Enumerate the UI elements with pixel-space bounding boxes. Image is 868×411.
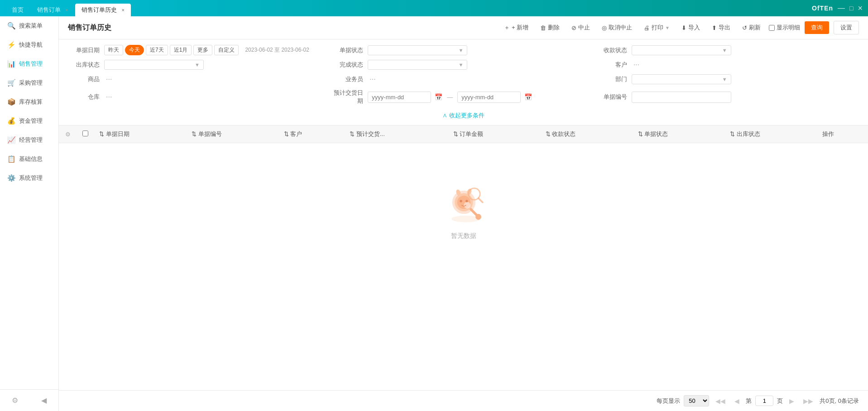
salesperson-label: 业务员 (331, 75, 368, 83)
col-settings-icon[interactable]: ⚙ (65, 131, 71, 138)
sys-mgmt-icon: ⚙️ (7, 174, 15, 182)
calendar-to-icon[interactable]: 📅 (524, 93, 532, 101)
col-outbound-status-header[interactable]: ⇅ 出库状态 (724, 126, 817, 143)
last-page-btn[interactable]: ▶▶ (801, 396, 816, 406)
customer-ellipsis[interactable]: ··· (632, 61, 641, 69)
export-button[interactable]: ⬆ 导出 (708, 22, 734, 34)
date-btn-more[interactable]: 更多 (193, 45, 212, 55)
svg-point-4 (464, 202, 470, 209)
col-customer-header[interactable]: ⇅ 客户 (278, 126, 344, 143)
sidebar-settings-btn[interactable]: ⚙ (9, 393, 21, 407)
complete-status-label: 完成状态 (331, 61, 368, 69)
cancel-stop-button[interactable]: ◎ 取消中止 (598, 22, 636, 34)
department-select[interactable]: ▼ (632, 74, 731, 84)
receipt-status-control: ▼ (632, 45, 859, 55)
expected-date-from[interactable] (368, 92, 431, 103)
sidebar-item-inventory[interactable]: 📦 库存核算 (0, 92, 58, 111)
delete-icon: 🗑 (540, 24, 546, 31)
settings-button[interactable]: 设置 (834, 21, 859, 34)
sidebar-item-quick-nav[interactable]: ⚡ 快捷导航 (0, 35, 58, 54)
sidebar-item-sales-mgmt[interactable]: 📊 销售管理 (0, 54, 58, 73)
doc-status-label: 单据状态 (331, 46, 368, 54)
date-btn-1month[interactable]: 近1月 (170, 45, 192, 55)
date-btn-yesterday[interactable]: 昨天 (104, 45, 123, 55)
tab-sales-order-history[interactable]: 销售订单历史 × (75, 4, 130, 16)
tab-home[interactable]: 首页 (5, 4, 30, 16)
sidebar-item-sys-mgmt[interactable]: ⚙️ 系统管理 (0, 169, 58, 188)
sidebar-collapse-btn[interactable]: ◀ (38, 393, 49, 407)
current-page-input[interactable] (755, 396, 773, 406)
quick-nav-icon: ⚡ (7, 41, 15, 49)
operations-icon: 📈 (7, 136, 15, 144)
col-receipt-status-header[interactable]: ⇅ 收款状态 (540, 126, 633, 143)
empty-icon (441, 179, 486, 225)
expected-date-control: 📅 — 📅 (368, 92, 595, 103)
col-expected-delivery-header[interactable]: ⇅ 预计交货... (344, 126, 447, 143)
col-doc-number-header[interactable]: ⇅ 单据编号 (186, 126, 278, 143)
department-chevron-icon: ▼ (722, 77, 727, 82)
tab-sales-order-history-close[interactable]: × (121, 7, 124, 13)
salesperson-control: ··· (368, 75, 595, 83)
sidebar: 🔍 搜索菜单 ⚡ 快捷导航 📊 销售管理 🛒 采购管理 📦 库存核算 💰 资金管… (0, 16, 59, 411)
warehouse-ellipsis[interactable]: ··· (104, 93, 114, 101)
restore-btn[interactable]: □ (849, 5, 853, 12)
expected-date-label: 预计交货日期 (331, 89, 368, 105)
sidebar-item-base-info[interactable]: 📋 基础信息 (0, 150, 58, 169)
date-label: 单据日期 (68, 46, 104, 54)
col-order-amount-header[interactable]: ⇅ 订单金额 (448, 126, 540, 143)
sidebar-item-finance[interactable]: 💰 资金管理 (0, 111, 58, 131)
top-bar: 首页 销售订单 × 销售订单历史 × OfTEn — □ × (0, 0, 868, 16)
date-separator: — (444, 94, 456, 101)
close-btn[interactable]: × (858, 4, 863, 13)
import-button[interactable]: ⬇ 导入 (678, 22, 704, 34)
col-doc-status-header[interactable]: ⇅ 单据状态 (633, 126, 725, 143)
finance-icon: 💰 (7, 117, 15, 125)
salesperson-ellipsis[interactable]: ··· (368, 75, 377, 83)
outbound-status-select[interactable]: ▼ (104, 60, 204, 70)
new-button[interactable]: ＋ + 新增 (500, 22, 532, 34)
page-size-select[interactable]: 50 10 20 100 (684, 395, 709, 406)
receipt-status-chevron-icon: ▼ (722, 48, 727, 53)
sidebar-item-operations[interactable]: 📈 经营管理 (0, 131, 58, 150)
cancel-stop-icon: ◎ (602, 24, 607, 31)
filter-row-4: 仓库 ··· 预计交货日期 📅 — 📅 单据编号 (68, 89, 859, 105)
product-ellipsis[interactable]: ··· (104, 75, 114, 83)
export-icon: ⬆ (712, 24, 717, 31)
collapse-more-btn[interactable]: ∧ 收起更多条件 (68, 110, 859, 120)
refresh-button[interactable]: ↺ 刷新 (739, 22, 764, 34)
expected-date-to[interactable] (457, 92, 521, 103)
tab-sales-order[interactable]: 销售订单 × (31, 4, 74, 16)
receipt-status-label: 收款状态 (595, 46, 632, 54)
delete-button[interactable]: 🗑 删除 (537, 22, 563, 34)
date-btn-7days[interactable]: 近7天 (146, 45, 168, 55)
display-detail-checkbox[interactable] (769, 25, 775, 31)
toolbar: ＋ + 新增 🗑 删除 ⊘ 中止 ◎ 取消中止 🖨 打印 (500, 21, 859, 34)
page-size-label: 每页显示 (657, 397, 680, 405)
calendar-from-icon[interactable]: 📅 (435, 93, 442, 101)
minimize-btn[interactable]: — (838, 4, 845, 12)
receipt-status-select[interactable]: ▼ (632, 45, 731, 55)
sidebar-bottom: ⚙ ◀ (0, 389, 58, 411)
first-page-btn[interactable]: ◀◀ (713, 396, 728, 406)
query-button[interactable]: 查询 (805, 21, 829, 34)
date-filter-control: 昨天 今天 近7天 近1月 更多 自定义 2023-06-02 至 2023-0… (104, 45, 331, 55)
complete-status-select[interactable]: ▼ (368, 60, 467, 70)
doc-number-input[interactable] (632, 92, 731, 103)
sidebar-item-search-menu[interactable]: 🔍 搜索菜单 (0, 16, 58, 35)
tab-sales-order-close[interactable]: × (65, 7, 68, 13)
next-page-btn[interactable]: ▶ (786, 396, 797, 406)
department-label: 部门 (595, 75, 632, 83)
select-all-checkbox[interactable] (82, 131, 88, 136)
date-btn-custom[interactable]: 自定义 (214, 45, 239, 55)
pagination-bar: 每页显示 50 10 20 100 ◀◀ ◀ 第 页 ▶ ▶▶ 共0页, 0条记… (59, 390, 868, 411)
stop-button[interactable]: ⊘ 中止 (568, 22, 594, 34)
sidebar-item-purchase-mgmt[interactable]: 🛒 采购管理 (0, 73, 58, 92)
table-area: ⚙ ⇅ 单据日期 ⇅ 单据编号 ⇅ 客户 (59, 126, 868, 390)
date-quick-buttons: 昨天 今天 近7天 近1月 更多 自定义 (104, 45, 239, 55)
prev-page-btn[interactable]: ◀ (732, 396, 742, 406)
print-button[interactable]: 🖨 打印 ▼ (640, 22, 673, 34)
col-doc-date-header[interactable]: ⇅ 单据日期 (94, 126, 186, 143)
date-btn-today[interactable]: 今天 (125, 45, 144, 55)
import-icon: ⬇ (681, 24, 686, 31)
doc-status-select[interactable]: ▼ (368, 45, 467, 55)
